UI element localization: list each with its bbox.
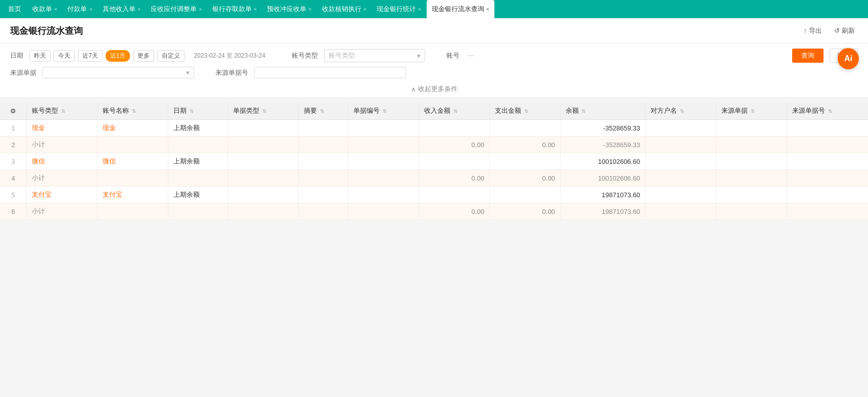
sort-icon-counterpart[interactable]: ⇅ bbox=[680, 108, 684, 114]
nav-tab-6[interactable]: 收款核销执行× bbox=[317, 0, 372, 18]
date-btn-yesterday[interactable]: 昨天 bbox=[29, 50, 51, 62]
nav-tab-7[interactable]: 现金银行统计× bbox=[372, 0, 426, 18]
nav-tab-1[interactable]: 付款单× bbox=[62, 0, 97, 18]
nav-tab-4[interactable]: 银行存取款单× bbox=[207, 0, 262, 18]
tab-close-3[interactable]: × bbox=[199, 6, 202, 12]
nav-tab-5[interactable]: 预收冲应收单× bbox=[262, 0, 316, 18]
cell-summary bbox=[298, 137, 348, 153]
tab-close-6[interactable]: × bbox=[363, 6, 367, 12]
account-dots[interactable]: ··· bbox=[466, 51, 476, 60]
date-range-buttons: 昨天 今天 近7天 近1月 更多 自定义 bbox=[29, 50, 185, 62]
tab-close-0[interactable]: × bbox=[54, 6, 57, 12]
nav-tab-8[interactable]: 现金银行流水查询× bbox=[427, 0, 494, 18]
header-actions: ↑ 导出 ↺ 刷新 bbox=[801, 24, 858, 37]
cell-account-type: 微信 bbox=[27, 153, 98, 170]
sort-icon-source-doc-num[interactable]: ⇅ bbox=[828, 108, 832, 114]
col-doc-num: 单据编号 ⇅ bbox=[348, 102, 419, 120]
sort-icon-doc-num[interactable]: ⇅ bbox=[383, 108, 387, 114]
ai-badge[interactable]: Ai bbox=[838, 48, 859, 69]
sort-icon-summary[interactable]: ⇅ bbox=[320, 108, 324, 114]
date-btn-custom[interactable]: 自定义 bbox=[157, 50, 185, 62]
table-row: 5支付宝支付宝上期余额19871073.60 bbox=[0, 187, 868, 203]
table-row: 2小计0.000.00-3528659.33 bbox=[0, 137, 868, 153]
sort-icon-date[interactable]: ⇅ bbox=[190, 108, 194, 114]
nav-tabs: 收款单×付款单×其他收入单×应收应付调整单×银行存取款单×预收冲应收单×收款核销… bbox=[27, 0, 494, 18]
cell-doc-num bbox=[348, 153, 419, 170]
account-label: 账号 bbox=[446, 51, 460, 60]
query-button[interactable]: 查询 bbox=[792, 49, 824, 63]
page-header: 现金银行流水查询 ↑ 导出 ↺ 刷新 bbox=[0, 18, 868, 43]
tab-close-4[interactable]: × bbox=[254, 6, 257, 12]
cell-income: 0.00 bbox=[419, 137, 489, 153]
cell-account-type: 小计 bbox=[27, 137, 98, 153]
tab-close-7[interactable]: × bbox=[418, 6, 421, 12]
table-row: 3微信微信上期余额100102606.60 bbox=[0, 153, 868, 170]
tab-close-1[interactable]: × bbox=[89, 6, 92, 12]
date-btn-7days[interactable]: 近7天 bbox=[78, 50, 103, 62]
cell-income: 0.00 bbox=[419, 170, 489, 187]
sort-icon-source-doc[interactable]: ⇅ bbox=[751, 108, 755, 114]
cell-date: 上期余额 bbox=[168, 187, 227, 203]
cell-counterpart bbox=[646, 203, 716, 220]
sort-icon-account-type[interactable]: ⇅ bbox=[61, 108, 65, 114]
source-doc-select[interactable]: ▾ bbox=[42, 67, 194, 78]
tab-close-2[interactable]: × bbox=[138, 6, 141, 12]
cell-date bbox=[168, 137, 227, 153]
date-btn-1month[interactable]: 近1月 bbox=[106, 50, 130, 62]
nav-tab-2[interactable]: 其他收入单× bbox=[98, 0, 146, 18]
gear-icon: ⚙ bbox=[10, 107, 16, 115]
col-expense: 支出金额 ⇅ bbox=[489, 102, 560, 120]
cell-account-type: 小计 bbox=[27, 203, 98, 220]
cell-account-type: 小计 bbox=[27, 170, 98, 187]
nav-tab-0[interactable]: 收款单× bbox=[27, 0, 62, 18]
data-table: ⚙ 账号类型 ⇅ 账号名称 ⇅ 日期 ⇅ 单据类型 ⇅ bbox=[0, 102, 868, 220]
tab-label-8: 现金银行流水查询 bbox=[432, 5, 484, 14]
date-btn-today[interactable]: 今天 bbox=[54, 50, 75, 62]
cell-doc-num bbox=[348, 203, 419, 220]
sort-icon-doc-type[interactable]: ⇅ bbox=[262, 108, 266, 114]
cell-source-doc-num bbox=[787, 170, 868, 187]
collapse-bar[interactable]: ∧ 收起更多条件 bbox=[10, 82, 858, 95]
cell-counterpart bbox=[646, 153, 716, 170]
tab-label-0: 收款单 bbox=[32, 5, 52, 14]
source-doc-num-input[interactable] bbox=[254, 67, 406, 78]
cell-income bbox=[419, 120, 489, 137]
cell-date: 上期余额 bbox=[168, 153, 227, 170]
cell-seq: 1 bbox=[0, 120, 27, 137]
tab-close-8[interactable]: × bbox=[486, 6, 489, 12]
cell-doc-num bbox=[348, 137, 419, 153]
cell-account-name: 支付宝 bbox=[98, 187, 168, 203]
date-btn-more[interactable]: 更多 bbox=[133, 50, 154, 62]
cell-account-type: 现金 bbox=[27, 120, 98, 137]
nav-tab-3[interactable]: 应收应付调整单× bbox=[146, 0, 207, 18]
tab-label-6: 收款核销执行 bbox=[322, 5, 361, 14]
cell-account-name bbox=[98, 170, 168, 187]
export-button[interactable]: ↑ 导出 bbox=[801, 24, 826, 37]
cell-source-doc bbox=[716, 203, 787, 220]
refresh-button[interactable]: ↺ 刷新 bbox=[831, 24, 858, 37]
cell-account-name bbox=[98, 137, 168, 153]
sort-icon-balance[interactable]: ⇅ bbox=[581, 108, 585, 114]
sort-icon-income[interactable]: ⇅ bbox=[453, 108, 458, 114]
tab-label-5: 预收冲应收单 bbox=[267, 5, 306, 14]
cell-source-doc bbox=[716, 170, 787, 187]
cell-account-name bbox=[98, 203, 168, 220]
nav-home[interactable]: 首页 bbox=[2, 5, 27, 14]
sort-icon-account-name[interactable]: ⇅ bbox=[132, 108, 136, 114]
cell-counterpart bbox=[646, 187, 716, 203]
cell-seq: 4 bbox=[0, 170, 27, 187]
column-settings[interactable]: ⚙ bbox=[0, 102, 27, 120]
cell-income bbox=[419, 153, 489, 170]
sort-icon-expense[interactable]: ⇅ bbox=[524, 108, 528, 114]
account-type-select[interactable]: 账号类型 ▾ bbox=[324, 49, 425, 62]
filter-row-2: 来源单据 ▾ 来源单据号 bbox=[10, 67, 858, 78]
cell-doc-type bbox=[227, 203, 298, 220]
cell-balance: 100102606.60 bbox=[560, 153, 645, 170]
cell-account-type: 支付宝 bbox=[27, 187, 98, 203]
tab-close-5[interactable]: × bbox=[308, 6, 311, 12]
table-body: 1现金现金上期余额-3528659.332小计0.000.00-3528659.… bbox=[0, 120, 868, 220]
cell-seq: 2 bbox=[0, 137, 27, 153]
cell-date bbox=[168, 170, 227, 187]
col-account-type: 账号类型 ⇅ bbox=[27, 102, 98, 120]
cell-expense: 0.00 bbox=[489, 137, 560, 153]
